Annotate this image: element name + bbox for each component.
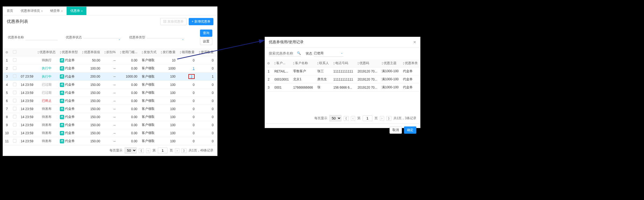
table-row[interactable]: 914 23:59待发布代代金券150.00--0.00客户领取10000↗▦ — [3, 121, 217, 129]
row-checkbox[interactable] — [13, 107, 16, 110]
filter-status-select[interactable]: ⌄ — [83, 37, 121, 38]
page-input[interactable] — [158, 148, 168, 153]
coupon-type-tag: 代代金券 — [60, 107, 75, 111]
col-type[interactable]: 优惠券类型 — [62, 50, 78, 54]
voucher-icon: 代 — [60, 83, 64, 87]
coupon-type-tag: 代代金券 — [60, 139, 75, 143]
next-page-button[interactable]: › — [175, 148, 179, 153]
table-row[interactable]: 514 23:59已过期代代金券150.00--0.00客户领取10000↗▦ — [3, 89, 217, 97]
status-badge: 待发布 — [42, 139, 52, 143]
search-icon[interactable]: 🔍 — [297, 51, 301, 55]
row-checkbox[interactable] — [13, 58, 16, 62]
prev-page-button[interactable]: ‹ — [146, 148, 150, 153]
per-page-select[interactable]: 50 — [125, 147, 137, 154]
col-status[interactable]: 优惠券状态 — [39, 50, 56, 54]
modal-next-page[interactable]: › — [380, 116, 384, 121]
table-row[interactable]: 200010001北京1唐先生111111111112019120 70...满… — [265, 75, 420, 83]
tab-首页[interactable]: 首页 — [3, 7, 17, 15]
table-row[interactable]: 1RETAIL...零散客户张三111111111112019120 70...… — [265, 67, 420, 75]
row-checkbox[interactable] — [13, 115, 16, 118]
row-checkbox[interactable] — [13, 123, 16, 126]
table-row[interactable]: 414 23:59已过期代代金券150.00--0.00客户领取10000↗▦ — [3, 81, 217, 89]
cancel-button[interactable]: 取消 — [390, 126, 402, 134]
table-row[interactable]: 1014 23:59待发布代代金券150.00--0.00客户领取10000↗▦ — [3, 129, 217, 137]
modal-state-select[interactable]: 已使用 ⌄ — [314, 50, 343, 57]
tab-销货单[interactable]: 销货单× — [46, 7, 66, 15]
row-checkbox[interactable] — [13, 66, 16, 70]
select-all-checkbox[interactable] — [13, 50, 16, 54]
coupon-type-tag: 代代金券 — [60, 131, 75, 135]
gear-icon[interactable]: ⚙ — [5, 50, 8, 54]
mcol-contact[interactable]: 联系人 — [319, 61, 329, 65]
voucher-icon: 代 — [60, 66, 64, 71]
coupon-table: ⚙ ▴▾优惠券状态 ▴▾优惠券类型 ▴▾优惠券面值 ▴▾折扣% ▴▾使用门槛..… — [3, 48, 217, 145]
mcol-name[interactable]: 客户名称 — [295, 61, 308, 65]
distribute-coupon-button[interactable]: ☷ 发放优惠券 — [160, 18, 186, 25]
mcol-couponcode[interactable]: 优惠码 — [359, 61, 369, 65]
table-row[interactable]: 307 23:59执行中代代金券200.00--1000.00客户领取10031… — [3, 72, 217, 81]
status-badge: 待执行 — [42, 58, 52, 62]
mcol-type[interactable]: 优惠券类 — [405, 61, 418, 65]
chevron-down-icon: ⌄ — [182, 38, 184, 41]
settings-button[interactable]: 设置 — [200, 38, 212, 45]
row-checkbox[interactable] — [13, 83, 16, 86]
modal-state-label: 状态 — [306, 51, 312, 56]
modal-total: 共1页，3条记录 — [394, 116, 416, 121]
tab-优惠券详情页[interactable]: 优惠券详情页× — [17, 7, 46, 15]
coupon-type-tag: 代代金券 — [60, 58, 75, 63]
close-icon[interactable]: × — [61, 9, 63, 13]
status-badge: 已终止 — [42, 99, 52, 103]
coupon-type-tag: 代代金券 — [60, 123, 75, 127]
modal-prev-page[interactable]: ‹ — [351, 116, 355, 121]
modal-per-select[interactable]: 50 — [329, 115, 341, 121]
mcol-topic[interactable]: 优惠主题 — [384, 61, 396, 65]
row-checkbox[interactable] — [13, 91, 16, 94]
table-row[interactable]: 1待执行代代金券50.00--0.00客户领取1000↗▦ — [3, 56, 217, 64]
gear-icon[interactable]: ⚙ — [267, 61, 270, 65]
col-issue[interactable]: 发行数量 — [163, 50, 176, 54]
row-checkbox[interactable] — [13, 74, 16, 78]
modal-search-input[interactable] — [269, 50, 296, 56]
filter-type-select[interactable]: ⌄ — [147, 37, 184, 38]
table-row[interactable]: 1114 23:59待发布代代金券150.00--0.00客户领取10000↗▦ — [3, 137, 217, 145]
tab-优惠券[interactable]: 优惠券× — [67, 7, 86, 15]
col-threshold[interactable]: 使用门槛... — [122, 50, 137, 54]
table-row[interactable]: 714 23:59待发布代代金券150.00--0.00客户领取10000↗▦ — [3, 105, 217, 113]
row-checkbox[interactable] — [13, 99, 16, 102]
close-icon[interactable]: × — [41, 9, 43, 13]
col-claim[interactable]: 领用数量 — [182, 50, 195, 54]
claim-count-link[interactable]: 1 — [193, 67, 195, 70]
first-page-button[interactable]: ⟪ — [139, 148, 144, 153]
col-face[interactable]: 优惠券面值 — [84, 50, 100, 54]
close-icon[interactable]: × — [81, 9, 83, 13]
mcol-phone[interactable]: 电话号码 — [335, 61, 348, 65]
status-badge: 待发布 — [42, 123, 52, 127]
gift-icon: ☷ — [163, 20, 167, 23]
table-row[interactable]: 814 23:59待发布代代金券150.00--0.00客户领取10000↗▦ — [3, 113, 217, 121]
close-icon[interactable]: ✕ — [413, 40, 416, 44]
table-row[interactable]: 614 23:59已终止代代金券150.00--0.00客户领取10000↗▦ — [3, 97, 217, 105]
col-method[interactable]: 发放方式 — [144, 50, 157, 54]
modal-first-page[interactable]: ⟪ — [344, 116, 349, 121]
status-badge: 执行中 — [42, 75, 52, 78]
modal-last-page[interactable]: ⟫ — [386, 116, 391, 121]
table-row[interactable]: 2执行中代代金券100.00--0.00客户领取100010↗▦ — [3, 64, 217, 72]
add-coupon-button[interactable]: + 新增优惠券 — [189, 18, 213, 25]
tab-bar: 首页优惠券详情页×销货单×优惠券× — [3, 7, 217, 15]
last-page-button[interactable]: ⟫ — [181, 148, 187, 153]
claim-count-link[interactable]: 3 — [191, 75, 192, 78]
status-badge: 待发布 — [42, 115, 52, 119]
filter-name-input[interactable] — [26, 34, 58, 40]
col-use[interactable]: 使用数量 — [201, 50, 214, 54]
modal-page-input[interactable] — [363, 115, 372, 121]
mcol-code[interactable]: 客户... — [276, 61, 285, 65]
coupon-type-tag: 代代金券 — [60, 115, 75, 119]
row-checkbox[interactable] — [13, 139, 16, 143]
row-checkbox[interactable] — [13, 131, 16, 134]
voucher-icon: 代 — [60, 115, 64, 119]
status-badge: 执行中 — [42, 66, 52, 70]
ok-button[interactable]: 确定 — [404, 126, 416, 134]
table-row[interactable]: 3000117666666666张156 6666 6...2019120 70… — [265, 83, 420, 92]
search-button[interactable]: 查询 — [200, 30, 212, 37]
col-discount[interactable]: 折扣% — [106, 50, 116, 54]
